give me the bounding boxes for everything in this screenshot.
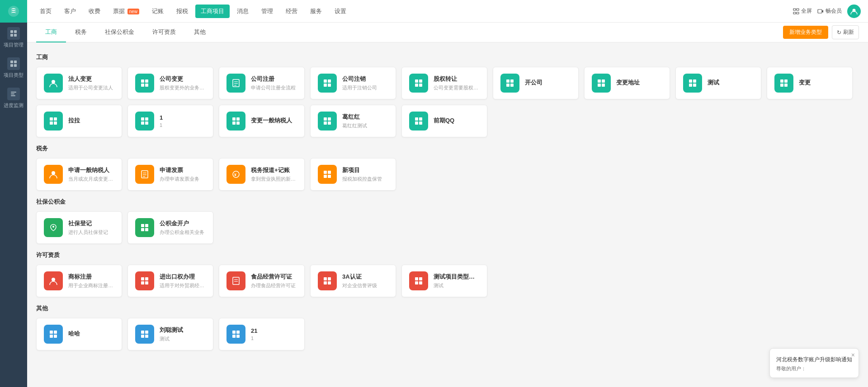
member-btn[interactable]: 畅会员 [817,7,842,15]
card-gehonghong[interactable]: 葛红红 葛红红测试 [310,105,396,137]
svg-rect-31 [415,79,418,83]
test-type-title: 测试项目类型目定义 [434,273,480,281]
svg-rect-72 [142,171,148,178]
apply-invoice-title: 申请发票 [160,166,206,174]
svg-rect-36 [510,79,514,83]
sidebar-item-project-type[interactable]: 项目类型 [0,53,27,83]
svg-rect-41 [598,84,601,87]
card-new-project[interactable]: 新项目 报税加税控盘保管 [310,158,396,191]
card-trademark[interactable]: 商标注册 用于企业商标注册服务 [36,265,122,297]
card-change-taxpayer[interactable]: 变更一般纳税人 [219,105,305,137]
card-change[interactable]: 变更 [767,67,853,99]
svg-rect-103 [50,331,53,334]
nav-settings[interactable]: 设置 [329,5,352,18]
svg-rect-42 [602,84,605,87]
company-change-title: 公司变更 [160,75,206,83]
sidebar-item-label: 项目管理 [4,42,24,48]
svg-point-87 [52,278,55,281]
svg-rect-2 [14,30,17,33]
tax-bookkeeping-info: 税务报道+记账 拿到营业执照的新公司 [251,166,297,182]
svg-rect-34 [419,84,422,87]
card-fund[interactable]: 公积金开户 办理公积金相关业务 [127,211,213,244]
notification-close[interactable]: × [851,351,855,359]
main-area: 首页 客户 收费 票据 new 记账 报税 工商项目 消息 管理 经营 服务 设… [27,0,868,387]
social-insurance-title: 社保登记 [68,219,114,228]
tab-gongshang[interactable]: 工商 [36,23,66,42]
test-type-desc: 测试 [434,282,480,289]
svg-rect-43 [689,79,692,83]
tab-shebao[interactable]: 社保公积金 [96,23,143,42]
svg-rect-54 [54,121,57,125]
card-company-cancel[interactable]: 公司注销 适用于注销公司 [310,67,396,99]
card-change-addr[interactable]: 变更地址 [584,67,670,99]
nav-tax[interactable]: 报税 [171,5,193,18]
card-3a[interactable]: 3A认证 对企业信誉评级 [310,265,396,297]
tab-xuke[interactable]: 许可资质 [143,23,185,42]
sidebar-item-label: 项目类型 [4,72,24,79]
card-1[interactable]: 1 1 [127,105,213,137]
card-company-reg[interactable]: 公司注册 申请公司注册全流程 [219,67,305,99]
tax-bookkeeping-desc: 拿到营业执照的新公司 [251,176,297,182]
svg-rect-104 [54,331,57,334]
nav-fees[interactable]: 收费 [83,5,106,18]
sidebar-item-project-mgmt[interactable]: 项目管理 [0,23,27,53]
fullscreen-btn[interactable]: 全屏 [793,7,812,15]
nav-customers[interactable]: 客户 [59,5,81,18]
change-taxpayer-title: 变更一般纳税人 [251,117,297,125]
tab-qita[interactable]: 其他 [185,23,215,42]
3a-title: 3A认证 [342,273,388,281]
nav-service[interactable]: 服务 [305,5,327,18]
equity-icon [409,74,428,93]
card-equity[interactable]: 股权转让 公司变更需要股权转让 [401,67,487,99]
new-type-button[interactable]: 新增业务类型 [783,26,828,39]
svg-rect-63 [324,117,327,121]
card-early-qq[interactable]: 前期QQ [401,105,487,137]
nav-bookkeeping[interactable]: 记账 [146,5,169,18]
card1-icon [135,112,154,131]
card-21[interactable]: 21 1 [219,318,305,350]
sidebar-item-progress[interactable]: 进度监测 [0,83,27,113]
svg-rect-14 [793,12,796,14]
gehonghong-info: 葛红红 葛红红测试 [342,113,388,129]
faziren-title: 法人变更 [68,75,114,83]
card-apply-taxpayer[interactable]: 申请一般纳税人 当月或次月成变更完成 [36,158,122,191]
trademark-title: 商标注册 [68,273,114,281]
card-company-change[interactable]: 公司变更 股权变更外的业务变更 [127,67,213,99]
card-faziren[interactable]: 法人变更 适用于公司变更法人 [36,67,122,99]
card-apply-invoice[interactable]: 申请发票 办理申请发票业务 [127,158,213,191]
tab-shuiwu[interactable]: 税务 [66,23,96,42]
tax-bookkeeping-icon: ¥ [226,165,245,184]
card-tax-bookkeeping[interactable]: ¥ 税务报道+记账 拿到营业执照的新公司 [219,158,305,191]
svg-rect-40 [602,79,605,83]
svg-rect-52 [54,117,57,121]
early-qq-title: 前期QQ [434,117,480,125]
refresh-button[interactable]: ↻ 刷新 [832,25,859,39]
nav-operations[interactable]: 经营 [280,5,303,18]
card-import-export[interactable]: 进出口权办理 适用于对外贸易经营者 [127,265,213,297]
nav-bills[interactable]: 票据 new [108,5,145,18]
nav-management[interactable]: 管理 [256,5,278,18]
nav-home[interactable]: 首页 [34,5,57,18]
svg-text:¥: ¥ [234,173,236,177]
open-company-icon [500,74,519,93]
card-haha[interactable]: 哈哈 [36,318,122,350]
nav-industry[interactable]: 工商项目 [195,5,230,18]
card-test1[interactable]: 测试 [675,67,761,99]
card-lala[interactable]: 拉拉 [36,105,122,137]
avatar[interactable] [847,5,861,18]
svg-rect-35 [506,79,509,83]
liucong-test-info: 刘聪测试 测试 [160,326,206,342]
card-open-company[interactable]: 开公司 [493,67,579,99]
svg-rect-13 [797,9,799,10]
svg-rect-69 [415,121,418,125]
fund-info: 公积金开户 办理公积金相关业务 [160,219,206,236]
card-liucong-test[interactable]: 刘聪测试 测试 [127,318,213,350]
change-addr-title: 变更地址 [616,79,662,87]
svg-rect-15 [797,12,799,14]
card-test-type[interactable]: 测试项目类型目定义 测试 [401,265,487,297]
card-food-license[interactable]: 食品经营许可证 办理食品经营许可证 [219,265,305,297]
test-type-info: 测试项目类型目定义 测试 [434,273,480,289]
equity-info: 股权转让 公司变更需要股权转让 [434,75,480,91]
nav-messages[interactable]: 消息 [231,5,254,18]
card-social-insurance[interactable]: 社保登记 进行人员社保登记 [36,211,122,244]
